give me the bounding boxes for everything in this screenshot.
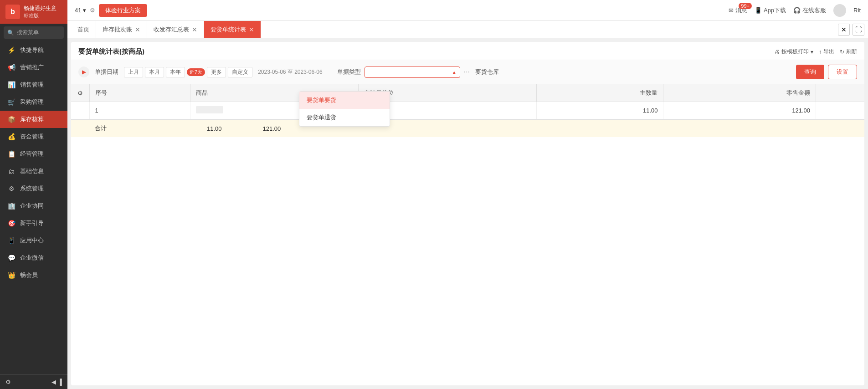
refresh-btn[interactable]: ↻ 刷新 xyxy=(840,48,857,56)
tab-home[interactable]: 首页 xyxy=(71,21,96,38)
date-custom-btn[interactable]: 自定义 xyxy=(228,67,252,77)
member-icon: 👑 xyxy=(7,271,15,279)
sidebar-item-operation[interactable]: 📋 经营管理 xyxy=(0,145,67,163)
user-avatar[interactable] xyxy=(833,4,846,17)
col-settings: ⚙ xyxy=(71,84,89,102)
main-content: 41 ▾ ⚙ 体验行业方案 ✉ 消息 99+ 📱 App下载 🎧 在线客服 Ri… xyxy=(67,0,868,389)
cell-amount: 121.00 xyxy=(663,102,816,119)
system-icon: ⚙ xyxy=(7,184,15,193)
col-amount: 零售金额 xyxy=(663,84,816,102)
tab-close-receivables-summary[interactable]: ✕ xyxy=(192,26,197,33)
tabs-expand-btn[interactable]: ✕ xyxy=(838,24,850,36)
dropdown-item-order-return[interactable]: 要货单退货 xyxy=(299,109,390,126)
col-extra xyxy=(816,84,864,102)
tabs-fullscreen-btn[interactable]: ⛶ xyxy=(853,24,864,36)
sidebar-item-basic[interactable]: 🗂 基础信息 xyxy=(0,163,67,180)
sidebar-item-member[interactable]: 👑 畅会员 xyxy=(0,266,67,284)
guide-icon: 🎯 xyxy=(7,219,15,227)
page-header: 要货单统计表(按商品) 🖨 按模板打印 ▾ ↑ 导出 ↻ 刷新 xyxy=(71,42,864,60)
inventory-icon: 📦 xyxy=(7,115,15,123)
quick-nav-icon: ⚡ xyxy=(7,46,15,54)
sidebar: b 畅捷通好生意 标准版 🔍 搜索菜单 ⚡ 快捷导航 📢 营销推广 📊 销售管理… xyxy=(0,0,67,389)
messages-icon: ✉ xyxy=(729,7,734,14)
tab-receivables-summary[interactable]: 收发存汇总表 ✕ xyxy=(147,21,204,38)
export-icon: ↑ xyxy=(819,49,822,55)
tab-close-order-summary[interactable]: ✕ xyxy=(249,26,254,33)
sidebar-item-purchase[interactable]: 🛒 采购管理 xyxy=(0,93,67,111)
date-label: 单据日期 xyxy=(95,68,118,76)
cell-no: 1 xyxy=(89,102,190,119)
enterprise-icon: 🏢 xyxy=(7,202,15,210)
app-download-btn[interactable]: 📱 App下载 xyxy=(755,6,786,15)
store-selector[interactable]: 41 ▾ xyxy=(75,7,86,14)
sidebar-item-enterprise[interactable]: 🏢 企业协同 xyxy=(0,197,67,215)
warehouse-filter: 要货仓库 xyxy=(475,68,499,76)
sidebar-item-marketing[interactable]: 📢 营销推广 xyxy=(0,59,67,76)
doc-type-filter: 单据类型 ▲ ··· xyxy=(337,67,470,78)
sidebar-item-apps[interactable]: 📱 应用中心 xyxy=(0,232,67,249)
app-name: 畅捷通好生意 标准版 xyxy=(24,5,56,19)
tabs-bar: 首页 库存批次账 ✕ 收发存汇总表 ✕ 要货单统计表 ✕ ✕ ⛶ xyxy=(67,21,868,38)
phone-icon: 📱 xyxy=(755,7,762,14)
table-row: 1 块 11.00 121.00 xyxy=(71,102,864,119)
sidebar-settings-icon[interactable]: ⚙ xyxy=(5,379,11,385)
query-btn[interactable]: 查询 xyxy=(796,65,824,79)
online-service-btn[interactable]: 🎧 在线客服 xyxy=(793,6,826,15)
sidebar-item-inventory[interactable]: 📦 库存核算 xyxy=(0,111,67,128)
search-icon: 🔍 xyxy=(7,30,14,36)
sidebar-search[interactable]: 🔍 搜索菜单 xyxy=(4,26,64,39)
topbar-settings-icon[interactable]: ⚙ xyxy=(90,7,95,14)
app-logo: b xyxy=(5,5,20,19)
tab-inventory-batch[interactable]: 库存批次账 ✕ xyxy=(96,21,147,38)
date-buttons: 上月 本月 本年 近7天 更多 自定义 xyxy=(124,67,252,77)
cell-qty: 11.00 xyxy=(537,102,663,119)
export-btn[interactable]: ↑ 导出 xyxy=(819,48,834,56)
date-btn-7days[interactable]: 近7天 xyxy=(187,68,205,76)
headset-icon: 🎧 xyxy=(793,7,801,14)
apps-icon: 📱 xyxy=(7,236,15,245)
filter-expand-btn[interactable]: ▶ xyxy=(78,67,89,77)
sidebar-item-system[interactable]: ⚙ 系统管理 xyxy=(0,180,67,197)
topbar-right: ✉ 消息 99+ 📱 App下载 🎧 在线客服 Rit xyxy=(729,4,861,17)
doc-type-input[interactable] xyxy=(365,67,460,78)
doc-type-label: 单据类型 xyxy=(337,68,361,76)
sidebar-item-sales[interactable]: 📊 销售管理 xyxy=(0,76,67,93)
page-actions: 🖨 按模板打印 ▾ ↑ 导出 ↻ 刷新 xyxy=(774,48,857,56)
col-qty: 主数量 xyxy=(537,84,663,102)
sidebar-item-wechat[interactable]: 💬 企业微信 xyxy=(0,249,67,266)
tabs-expand: ✕ ⛶ xyxy=(838,24,864,36)
print-btn[interactable]: 🖨 按模板打印 ▾ xyxy=(774,48,813,56)
sidebar-item-quick-nav[interactable]: ⚡ 快捷导航 xyxy=(0,41,67,59)
trial-btn[interactable]: 体验行业方案 xyxy=(99,4,147,17)
footer-label: 合计 xyxy=(77,124,107,133)
purchase-icon: 🛒 xyxy=(7,98,15,106)
dropdown-item-order-goods[interactable]: 要货单要货 xyxy=(299,92,390,109)
sidebar-nav: ⚡ 快捷导航 📢 营销推广 📊 销售管理 🛒 采购管理 📦 库存核算 💰 资金管… xyxy=(0,41,67,374)
sidebar-collapse-icon[interactable]: ◀ ▐ xyxy=(51,379,62,385)
sidebar-item-finance[interactable]: 💰 资金管理 xyxy=(0,128,67,145)
doc-type-dropdown: 要货单要货 要货单退货 xyxy=(299,91,390,127)
page-title: 要货单统计表(按商品) xyxy=(78,47,144,56)
tab-order-summary[interactable]: 要货单统计表 ✕ xyxy=(204,21,261,38)
cell-extra xyxy=(816,102,864,119)
doc-type-input-wrap: ▲ xyxy=(365,67,460,78)
topbar-left: 41 ▾ ⚙ 体验行业方案 xyxy=(75,4,723,17)
content-area: 要货单统计表(按商品) 🖨 按模板打印 ▾ ↑ 导出 ↻ 刷新 ▶ xyxy=(71,42,864,385)
marketing-icon: 📢 xyxy=(7,63,15,72)
data-table: ⚙ 序号 商品 主计量单位 主数量 零售金额 1 xyxy=(71,84,864,119)
wechat-icon: 💬 xyxy=(7,254,15,262)
date-btn-last-month[interactable]: 上月 xyxy=(124,67,143,77)
date-btn-this-month[interactable]: 本月 xyxy=(145,67,164,77)
product-placeholder xyxy=(196,106,223,113)
messages-btn[interactable]: ✉ 消息 99+ xyxy=(729,6,747,15)
sidebar-item-guide[interactable]: 🎯 新手引导 xyxy=(0,215,67,232)
filter-actions: 查询 设置 xyxy=(796,65,857,79)
filter-more-icon[interactable]: ··· xyxy=(464,68,470,76)
date-more-btn[interactable]: 更多 xyxy=(207,67,226,77)
print-dropdown-icon: ▾ xyxy=(811,49,813,55)
tab-close-inventory-batch[interactable]: ✕ xyxy=(135,26,140,33)
sidebar-footer: ⚙ ◀ ▐ xyxy=(0,374,67,389)
filter-settings-btn[interactable]: 设置 xyxy=(828,65,857,79)
table-footer: 合计 11.00 121.00 xyxy=(71,119,864,137)
date-btn-this-year[interactable]: 本年 xyxy=(166,67,185,77)
